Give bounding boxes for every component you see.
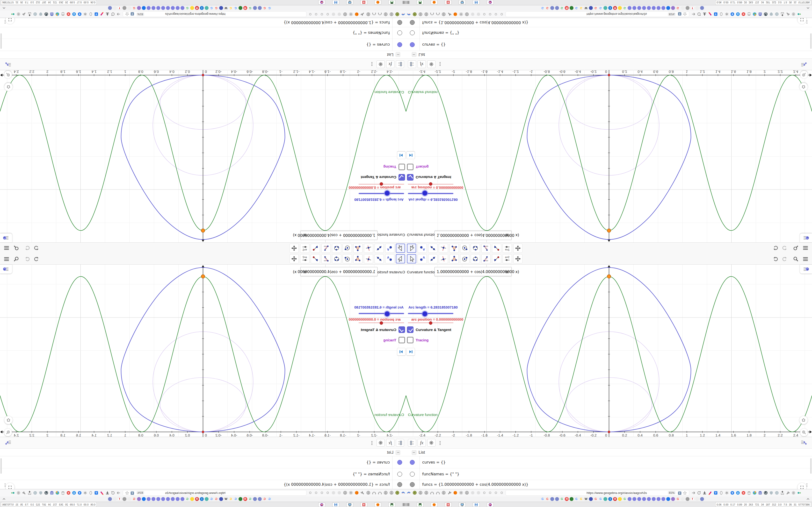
ring-icon[interactable]: [499, 490, 504, 495]
ring-icon[interactable]: [313, 490, 319, 495]
globe-icon[interactable]: [389, 12, 394, 17]
bookmark-favicon[interactable]: Я: [565, 497, 569, 501]
bookmark-favicon[interactable]: [671, 6, 675, 10]
bookmark-favicon[interactable]: [171, 6, 175, 10]
bookmark-favicon[interactable]: G: [560, 6, 564, 10]
tracing-checkbox[interactable]: [399, 337, 405, 343]
visibility-marble[interactable]: [410, 20, 415, 25]
globe-icon[interactable]: [343, 12, 348, 17]
visibility-marble[interactable]: [397, 31, 402, 35]
dot-teal-icon[interactable]: [796, 12, 802, 17]
visibility-marble[interactable]: [397, 472, 402, 476]
box-blue-icon[interactable]: [757, 12, 763, 17]
gear-icon[interactable]: [791, 490, 796, 495]
redo-button[interactable]: [781, 244, 788, 251]
algebra-stylebar-icon[interactable]: [800, 61, 807, 68]
list-header-row[interactable]: List: [406, 449, 812, 456]
bookmark-favicon[interactable]: G: [546, 497, 549, 501]
curvature-tangent-checkbox[interactable]: [399, 174, 405, 181]
ring-icon[interactable]: [493, 12, 499, 17]
reload-icon[interactable]: [696, 490, 702, 495]
translate-blue-icon[interactable]: [94, 490, 99, 495]
oval-icon[interactable]: [718, 12, 724, 17]
olive-circle-icon[interactable]: [412, 490, 417, 495]
bookmark-favicon[interactable]: G: [574, 6, 578, 10]
share-icon[interactable]: [779, 490, 785, 495]
graphics-stylebar-button[interactable]: [0, 265, 12, 274]
bookmark-favicon[interactable]: [176, 497, 180, 501]
bookmarks-overflow-chevron-icon[interactable]: [806, 497, 810, 502]
bookmark-favicon[interactable]: Я: [243, 6, 247, 10]
arc-position-slider-knob[interactable]: [429, 182, 433, 186]
olive-circle-icon[interactable]: [395, 12, 400, 17]
bookmark-favicon[interactable]: [652, 497, 656, 501]
bookmark-star-icon[interactable]: [125, 491, 129, 496]
bookmark-favicon[interactable]: [128, 6, 131, 10]
bookmark-favicon[interactable]: [661, 6, 665, 10]
bookmark-favicon[interactable]: [570, 6, 573, 10]
wing-blue-icon[interactable]: [400, 490, 406, 495]
bookmark-favicon[interactable]: [113, 497, 117, 501]
ring-icon[interactable]: [308, 12, 313, 17]
curvature-tangent-checkbox[interactable]: [407, 326, 413, 333]
bookmark-favicon[interactable]: [686, 6, 690, 10]
taskbar-monitor-button[interactable]: [459, 0, 466, 5]
trash-icon[interactable]: [60, 12, 66, 17]
translate-icon[interactable]: [678, 491, 682, 496]
bookmark-favicon[interactable]: G: [209, 6, 213, 10]
menu-icon[interactable]: [3, 244, 10, 251]
bookmark-favicon[interactable]: G: [594, 6, 598, 10]
arc-icon[interactable]: [435, 490, 441, 495]
shield-gray-icon[interactable]: [38, 12, 44, 17]
box-blue-icon[interactable]: [757, 490, 763, 495]
list-header-row[interactable]: List: [0, 449, 406, 456]
tool-angle[interactable]: α: [481, 254, 491, 264]
graphics-view[interactable]: -2.4-2.2-2-1.8-1.6-1.4-1.2-1-0.8-0.6-0.4…: [406, 70, 812, 242]
gear-icon[interactable]: [348, 490, 354, 495]
bookmark-favicon[interactable]: [253, 6, 257, 10]
globe-color-icon[interactable]: [752, 490, 757, 495]
bookmark-favicon[interactable]: [161, 6, 165, 10]
ring-icon[interactable]: [325, 12, 331, 17]
tool-circle-center-point[interactable]: [460, 254, 469, 264]
bookmark-favicon[interactable]: G: [541, 6, 545, 10]
ud-dark-icon[interactable]: [44, 490, 49, 495]
taskbar-floppy-green-button[interactable]: [417, 0, 424, 5]
bookmark-favicon[interactable]: [666, 497, 670, 501]
taskbar-floppy-64-button[interactable]: 64: [332, 0, 339, 5]
ghost-icon[interactable]: [476, 12, 481, 17]
tool-reflect-about-line[interactable]: [492, 243, 501, 253]
collapse-list-button[interactable]: [396, 52, 400, 57]
trash-icon[interactable]: [746, 490, 752, 495]
search-icon[interactable]: [792, 244, 800, 251]
tool-polygon[interactable]: [450, 254, 459, 264]
visibility-marble[interactable]: [410, 460, 415, 465]
tool-polygon[interactable]: [450, 243, 459, 253]
arc-icon[interactable]: [377, 12, 383, 17]
curvature-function-dropdown[interactable]: 1.000000000000 + cos(4.000000000000 x): [300, 267, 377, 276]
pager-icon[interactable]: [407, 1, 410, 4]
ghost-icon[interactable]: [470, 12, 475, 17]
plus-blue-icon[interactable]: [729, 12, 735, 17]
tool-conic-five-points[interactable]: [471, 243, 480, 253]
graphics-stylebar-button[interactable]: [800, 233, 812, 242]
globe-icon[interactable]: [383, 490, 388, 495]
plot-canvas[interactable]: -2.4-2.2-2-1.8-1.6-1.4-1.2-1-0.8-0.6-0.4…: [0, 265, 406, 437]
list-row-1[interactable]: funcNames = {" "}: [406, 27, 812, 39]
olive-circle-icon[interactable]: [395, 490, 400, 495]
ring-icon[interactable]: [319, 490, 324, 495]
plot-canvas[interactable]: -2.4-2.2-2-1.8-1.6-1.4-1.2-1-0.8-0.6-0.4…: [0, 70, 406, 242]
bookmark-favicon[interactable]: [681, 497, 684, 501]
ghost-icon[interactable]: [476, 490, 481, 495]
bookmark-favicon[interactable]: [700, 6, 704, 10]
bookmark-favicon[interactable]: [657, 497, 660, 501]
bookmark-favicon[interactable]: f: [118, 6, 121, 10]
search-icon[interactable]: [12, 244, 20, 251]
ghost-icon[interactable]: [470, 490, 475, 495]
globe-icon[interactable]: [464, 490, 469, 495]
bookmark-favicon[interactable]: [205, 497, 209, 501]
settings-gear-icon[interactable]: [427, 439, 436, 447]
wrench-icon[interactable]: [360, 12, 365, 17]
bookmark-favicon[interactable]: [681, 6, 684, 10]
bookmark-favicon[interactable]: G: [229, 497, 233, 501]
